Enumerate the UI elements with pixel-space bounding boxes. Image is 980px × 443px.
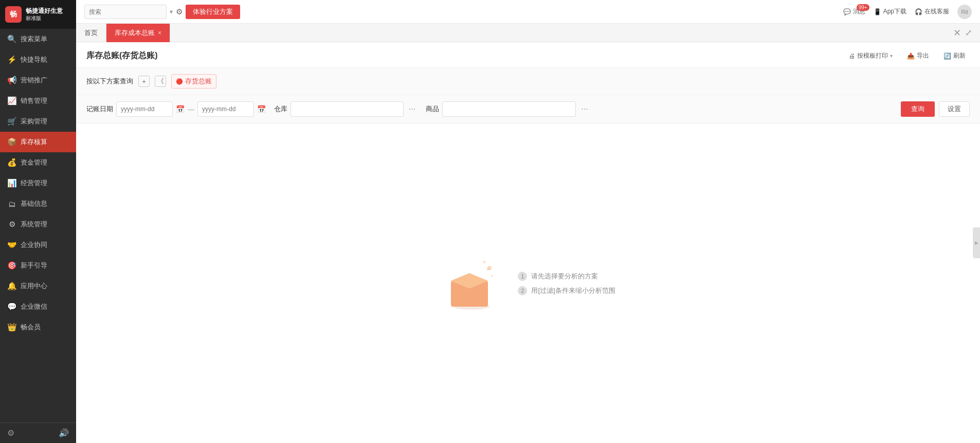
settings-bottom-icon[interactable]: ⚙ — [7, 428, 14, 438]
product-input[interactable] — [442, 101, 576, 117]
date-field-label: 记账日期 — [86, 104, 113, 114]
message-button[interactable]: 💬 消息 99+ — [843, 7, 865, 16]
finance-icon: 💰 — [7, 158, 16, 167]
active-tab-label: 库存成本总账 — [115, 28, 155, 38]
page-header: 库存总账(存货总账) 🖨 按模板打印 ▾ 📤 导出 🔄 刷新 — [76, 42, 980, 68]
empty-hint-1: 1 请先选择要分析的方案 — [518, 272, 615, 281]
message-badge: 99+ — [857, 4, 869, 11]
settings-button[interactable]: 设置 — [939, 101, 970, 117]
filter-add-button[interactable]: + — [138, 76, 150, 87]
empty-hint-2: 2 用[过滤]条件来缩小分析范围 — [518, 286, 615, 295]
sidebar-item-finance[interactable]: 💰 资金管理 — [0, 152, 76, 173]
gear-icon[interactable]: ⚙ — [176, 7, 183, 16]
sidebar-item-enterprise-wechat[interactable]: 💬 企业微信 — [0, 296, 76, 317]
sidebar-item-label: 基础信息 — [21, 199, 47, 208]
sidebar-item-purchase[interactable]: 🛒 采购管理 — [0, 111, 76, 132]
topbar-search-area: ▾ ⚙ 体验行业方案 — [84, 5, 839, 19]
enterprise-icon: 🤝 — [7, 240, 16, 250]
filter-fields-row: 记账日期 📅 — 📅 仓库 ··· 商品 ··· 查询 设置 — [76, 95, 980, 123]
scheme-item-inventory[interactable]: 🔴 存货总账 — [171, 74, 216, 88]
topbar: ▾ ⚙ 体验行业方案 💬 消息 99+ 📱 App下载 🎧 在线客服 Rit — [76, 0, 980, 24]
print-chevron-icon[interactable]: ▾ — [890, 53, 893, 59]
sidebar-item-search[interactable]: 🔍 搜索菜单 — [0, 29, 76, 49]
user-avatar[interactable]: Rit — [957, 5, 972, 19]
date-end-input[interactable] — [197, 101, 254, 117]
warehouse-input[interactable] — [291, 101, 404, 117]
avatar-text: Rit — [961, 9, 968, 15]
sidebar-item-label: 企业微信 — [21, 302, 47, 311]
calendar-start-icon[interactable]: 📅 — [176, 105, 185, 113]
purchase-icon: 🛒 — [7, 117, 16, 126]
sidebar-item-label: 营销推广 — [21, 76, 47, 85]
enterprise-wechat-icon: 💬 — [7, 302, 16, 311]
chevron-down-icon[interactable]: ▾ — [170, 8, 173, 15]
sidebar-item-member[interactable]: 👑 畅会员 — [0, 317, 76, 338]
sidebar-item-newcomer[interactable]: 🎯 新手引导 — [0, 255, 76, 276]
home-tab-label: 首页 — [84, 28, 98, 38]
refresh-button[interactable]: 🔄 刷新 — [939, 49, 970, 62]
sidebar-item-quick-nav[interactable]: ⚡ 快捷导航 — [0, 49, 76, 70]
svg-point-6 — [483, 260, 486, 263]
sidebar-item-label: 搜索菜单 — [21, 34, 47, 44]
empty-state: ✦ 1 请先选择要分析的方案 2 用[过滤]条件来缩小分析范围 — [76, 123, 980, 443]
system-icon: ⚙ — [7, 220, 16, 229]
support-icon: 🎧 — [915, 8, 922, 15]
app-name: 畅捷通好生意 — [26, 7, 63, 15]
newcomer-icon: 🎯 — [7, 261, 16, 270]
app-download-button[interactable]: 📱 App下载 — [874, 7, 906, 16]
trial-button[interactable]: 体验行业方案 — [186, 5, 240, 19]
tab-close-icon[interactable]: × — [158, 29, 161, 37]
empty-texts: 1 请先选择要分析的方案 2 用[过滤]条件来缩小分析范围 — [518, 272, 615, 295]
sidebar-item-label: 系统管理 — [21, 220, 47, 229]
sidebar-item-marketing[interactable]: 📢 营销推广 — [0, 70, 76, 91]
operations-icon: 📊 — [7, 179, 16, 188]
logo-icon: 畅 — [5, 6, 22, 23]
product-more-icon[interactable]: ··· — [579, 104, 590, 114]
sidebar-item-basic-info[interactable]: 🗂 基础信息 — [0, 193, 76, 214]
sidebar-item-sales[interactable]: 📈 销售管理 — [0, 91, 76, 111]
sidebar-item-inventory[interactable]: 📦 库存核算 — [0, 132, 76, 152]
print-icon: 🖨 — [849, 52, 855, 60]
refresh-icon: 🔄 — [943, 52, 951, 60]
content-area: 库存总账(存货总账) 🖨 按模板打印 ▾ 📤 导出 🔄 刷新 按以下方案查 — [76, 42, 980, 443]
scheme-icon: 🔴 — [176, 78, 183, 85]
audio-icon[interactable]: 🔊 — [59, 428, 69, 438]
close-panel-button[interactable]: ✕ — [953, 27, 961, 39]
warehouse-field-label: 仓库 — [274, 104, 287, 114]
app-download-label: App下载 — [883, 7, 906, 16]
inventory-icon: 📦 — [7, 137, 16, 147]
sidebar-item-enterprise[interactable]: 🤝 企业协同 — [0, 235, 76, 255]
panel-arrow-icon: ▶ — [974, 240, 979, 245]
sidebar-item-system[interactable]: ⚙ 系统管理 — [0, 214, 76, 235]
filter-collapse-button[interactable]: 《 — [155, 76, 166, 87]
sidebar: 畅 畅捷通好生意 标准版 🔍 搜索菜单 ⚡ 快捷导航 📢 营销推广 📈 销售管理… — [0, 0, 76, 443]
page-title: 库存总账(存货总账) — [86, 50, 158, 61]
hint-2-num: 2 — [518, 286, 527, 295]
sidebar-item-label: 采购管理 — [21, 117, 47, 126]
resize-icon[interactable]: ⤢ — [965, 28, 972, 38]
search-input[interactable] — [84, 5, 167, 19]
sidebar-nav: 🔍 搜索菜单 ⚡ 快捷导航 📢 营销推广 📈 销售管理 🛒 采购管理 📦 库存核… — [0, 29, 76, 422]
calendar-end-icon[interactable]: 📅 — [257, 105, 266, 113]
filter-schemes-list: 🔴 存货总账 — [171, 74, 216, 88]
sidebar-item-label: 销售管理 — [21, 96, 47, 105]
search-icon: 🔍 — [7, 34, 16, 44]
search-button[interactable]: 查询 — [901, 101, 935, 117]
sidebar-item-app-center[interactable]: 🔔 应用中心 — [0, 276, 76, 296]
refresh-label: 刷新 — [953, 51, 966, 60]
basic-info-icon: 🗂 — [7, 200, 16, 208]
svg-point-7 — [491, 275, 493, 277]
product-field-label: 商品 — [426, 104, 439, 114]
date-start-input[interactable] — [116, 101, 173, 117]
warehouse-more-icon[interactable]: ··· — [407, 104, 418, 114]
export-button[interactable]: 📤 导出 — [903, 49, 933, 62]
product-field-group: 商品 ··· — [426, 101, 590, 117]
print-button[interactable]: 🖨 按模板打印 ▾ — [845, 49, 897, 62]
sidebar-item-label: 资金管理 — [21, 158, 47, 167]
tab-inventory-cost[interactable]: 库存成本总账 × — [106, 24, 170, 42]
online-support-button[interactable]: 🎧 在线客服 — [915, 7, 949, 16]
right-panel-tab[interactable]: ▶ — [973, 227, 980, 258]
sales-icon: 📈 — [7, 96, 16, 105]
tab-home[interactable]: 首页 — [76, 24, 106, 42]
sidebar-item-operations[interactable]: 📊 经营管理 — [0, 173, 76, 193]
